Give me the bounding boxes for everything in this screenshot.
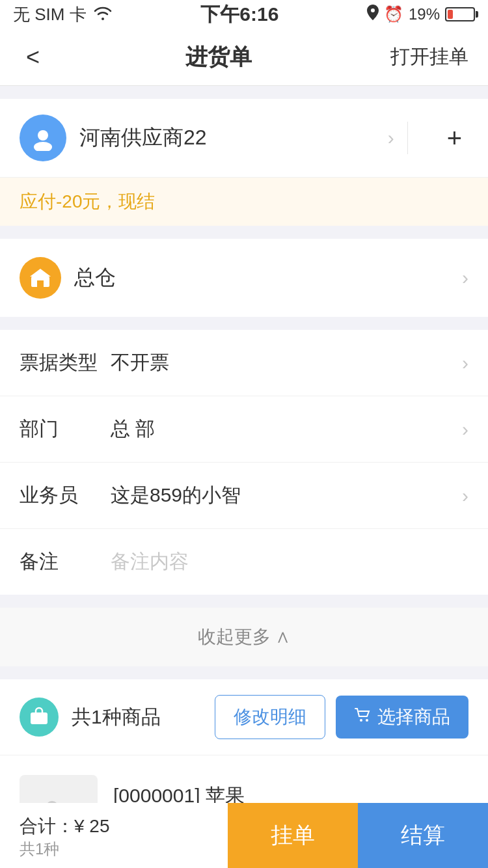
- svg-marker-3: [30, 269, 51, 277]
- salesperson-row[interactable]: 业务员 这是859的小智 ›: [0, 463, 488, 529]
- wifi-icon: [93, 5, 113, 25]
- remark-label: 备注: [20, 549, 98, 575]
- carrier-text: 无 SIM 卡: [13, 3, 87, 26]
- total-amount: 合计：¥ 25: [20, 812, 208, 839]
- nav-bar: < 进货单 打开挂单: [0, 29, 488, 86]
- open-hang-button[interactable]: 打开挂单: [390, 44, 468, 70]
- warehouse-chevron-icon: ›: [462, 267, 468, 289]
- section-divider-1: [0, 86, 488, 99]
- hang-button[interactable]: 挂单: [228, 803, 358, 868]
- svg-rect-4: [37, 280, 44, 287]
- salesperson-chevron-icon: ›: [462, 485, 468, 507]
- svg-point-6: [360, 719, 362, 722]
- page-title: 进货单: [185, 42, 252, 72]
- status-right: ⏰ 19%: [367, 5, 475, 24]
- remark-row[interactable]: 备注 备注内容: [0, 529, 488, 595]
- total-count: 共1种: [20, 839, 208, 860]
- warehouse-name: 总仓: [74, 264, 462, 292]
- footer: 合计：¥ 25 共1种 挂单 结算: [0, 803, 488, 868]
- location-icon: [367, 5, 379, 24]
- checkout-button[interactable]: 结算: [358, 803, 488, 868]
- cart-icon: [354, 707, 372, 727]
- svg-point-1: [34, 142, 52, 151]
- supplier-add-button[interactable]: +: [441, 124, 468, 153]
- department-row[interactable]: 部门 总 部 ›: [0, 396, 488, 463]
- invoice-type-row[interactable]: 票据类型 不开票 ›: [0, 330, 488, 396]
- svg-point-7: [366, 719, 368, 722]
- salesperson-value: 这是859的小智: [98, 482, 462, 509]
- invoice-type-value: 不开票: [98, 349, 462, 376]
- supplier-avatar: [20, 115, 66, 161]
- battery-icon: [445, 7, 475, 21]
- battery-percent: 19%: [409, 5, 440, 23]
- supplier-name: 河南供应商22: [79, 124, 388, 152]
- total-value: ¥ 25: [74, 816, 110, 836]
- supplier-chevron-icon: ›: [388, 127, 394, 149]
- supplier-warning: 应付-20元，现结: [0, 178, 488, 226]
- select-product-button[interactable]: 选择商品: [336, 696, 468, 739]
- products-count: 共1种商品: [72, 704, 215, 731]
- select-product-label: 选择商品: [377, 705, 450, 729]
- vertical-divider: [407, 122, 408, 154]
- warehouse-icon: [20, 257, 61, 299]
- total-label: 合计：: [20, 816, 74, 836]
- footer-total: 合计：¥ 25 共1种: [0, 803, 228, 868]
- status-left: 无 SIM 卡: [13, 3, 113, 26]
- department-value: 总 部: [98, 416, 462, 442]
- department-chevron-icon: ›: [462, 418, 468, 441]
- form-section: 票据类型 不开票 › 部门 总 部 › 业务员 这是859的小智 › 备注 备注…: [0, 330, 488, 595]
- back-button[interactable]: <: [20, 37, 46, 77]
- supplier-row[interactable]: 河南供应商22 › +: [0, 99, 488, 178]
- status-bar: 无 SIM 卡 下午6:16 ⏰ 19%: [0, 0, 488, 29]
- remark-input[interactable]: 备注内容: [98, 549, 468, 575]
- invoice-type-label: 票据类型: [20, 349, 98, 376]
- warehouse-section[interactable]: 总仓 ›: [0, 226, 488, 317]
- edit-detail-button[interactable]: 修改明细: [215, 695, 325, 739]
- status-time: 下午6:16: [200, 1, 278, 28]
- alarm-icon: ⏰: [384, 5, 403, 23]
- products-header: 共1种商品 修改明细 选择商品: [0, 679, 488, 755]
- products-icon: [20, 698, 59, 737]
- svg-point-0: [38, 130, 48, 141]
- invoice-chevron-icon: ›: [462, 352, 468, 374]
- supplier-section: 河南供应商22 › + 应付-20元，现结: [0, 99, 488, 226]
- collapse-button[interactable]: 收起更多 ∧: [0, 608, 488, 666]
- svg-rect-5: [31, 712, 47, 724]
- department-label: 部门: [20, 416, 98, 442]
- salesperson-label: 业务员: [20, 482, 98, 509]
